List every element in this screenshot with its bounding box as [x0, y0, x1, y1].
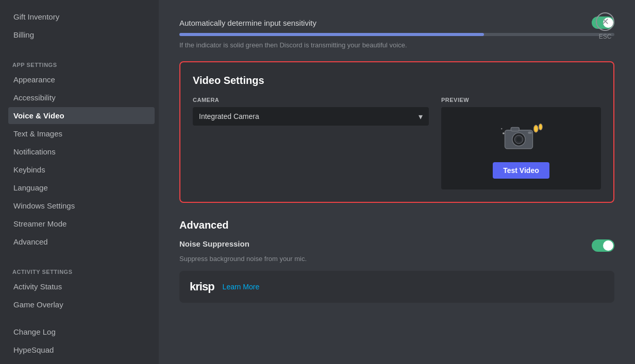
camera-select[interactable]: Integrated Camera	[193, 107, 429, 126]
sidebar-item-voice-video[interactable]: Voice & Video	[8, 107, 155, 124]
sidebar-item-accessibility[interactable]: Accessibility	[8, 89, 155, 106]
noise-suppression-row: Noise Suppression ✓	[179, 239, 614, 252]
sensitivity-progress-bar	[179, 33, 614, 36]
esc-label: ESC	[599, 33, 612, 40]
video-settings-title: Video Settings	[193, 75, 601, 86]
video-settings-inner: CAMERA Integrated Camera PREVIEW	[193, 97, 601, 189]
close-icon[interactable]: ✕	[596, 12, 614, 31]
sidebar-item-text-images[interactable]: Text & Images	[8, 125, 155, 142]
sidebar-item-notifications[interactable]: Notifications	[8, 143, 155, 160]
sidebar-item-language[interactable]: Language	[8, 179, 155, 196]
advanced-title: Advanced	[179, 219, 614, 231]
preview-label: PREVIEW	[441, 97, 601, 103]
app-settings-label: APP SETTINGS	[8, 54, 155, 70]
camera-label: CAMERA	[193, 97, 429, 103]
camera-select-wrapper[interactable]: Integrated Camera	[193, 107, 429, 126]
krisp-learn-more-link[interactable]: Learn More	[223, 283, 260, 291]
activity-settings-label: ACTIVITY SETTINGS	[8, 261, 155, 277]
video-settings-box: Video Settings CAMERA Integrated Camera …	[179, 61, 614, 203]
noise-toggle-check-icon: ✓	[608, 242, 612, 249]
sidebar-item-keybinds[interactable]: Keybinds	[8, 161, 155, 178]
svg-point-10	[534, 127, 537, 131]
sidebar-item-billing[interactable]: Billing	[8, 26, 155, 43]
krisp-logo: krisp	[190, 280, 214, 293]
sidebar-item-streamer-mode[interactable]: Streamer Mode	[8, 215, 155, 232]
sidebar-item-advanced[interactable]: Advanced	[8, 233, 155, 250]
krisp-box: krisp Learn More	[179, 271, 614, 303]
main-content: ✕ ESC Automatically determine input sens…	[159, 0, 635, 364]
svg-rect-5	[511, 127, 519, 131]
noise-suppression-label: Noise Suppression	[179, 239, 249, 248]
svg-point-3	[516, 137, 521, 142]
svg-rect-4	[528, 131, 532, 134]
svg-point-7	[501, 128, 503, 130]
voice-hint-text: If the indicator is solid green then Dis…	[179, 41, 614, 49]
auto-sensitivity-label: Automatically determine input sensitivit…	[179, 19, 316, 27]
top-section: Automatically determine input sensitivit…	[179, 16, 614, 49]
camera-cartoon-icon	[498, 118, 544, 154]
noise-suppression-desc: Suppress background noise from your mic.	[179, 255, 614, 263]
sidebar-item-windows-settings[interactable]: Windows Settings	[8, 197, 155, 214]
preview-section: PREVIEW	[441, 97, 601, 189]
test-video-button[interactable]: Test Video	[493, 162, 549, 179]
preview-box: Test Video	[441, 107, 601, 189]
camera-section: CAMERA Integrated Camera	[193, 97, 429, 189]
advanced-section: Advanced Noise Suppression ✓ Suppress ba…	[179, 219, 614, 303]
sidebar-item-hypesquad[interactable]: HypeSquad	[8, 341, 155, 358]
esc-button[interactable]: ✕ ESC	[596, 12, 614, 40]
sensitivity-progress-fill	[179, 33, 484, 36]
noise-suppression-toggle[interactable]: ✓	[592, 239, 614, 252]
svg-point-6	[503, 132, 505, 134]
sidebar-item-game-overlay[interactable]: Game Overlay	[8, 296, 155, 313]
sidebar-item-gift-inventory[interactable]: Gift Inventory	[8, 8, 155, 25]
sidebar-item-change-log[interactable]: Change Log	[8, 323, 155, 340]
auto-sensitivity-row: Automatically determine input sensitivit…	[179, 16, 614, 29]
sidebar-item-activity-status[interactable]: Activity Status	[8, 278, 155, 295]
sidebar: Gift Inventory Billing APP SETTINGS Appe…	[0, 0, 159, 364]
sidebar-item-appearance[interactable]: Appearance	[8, 71, 155, 88]
svg-point-12	[540, 125, 542, 129]
